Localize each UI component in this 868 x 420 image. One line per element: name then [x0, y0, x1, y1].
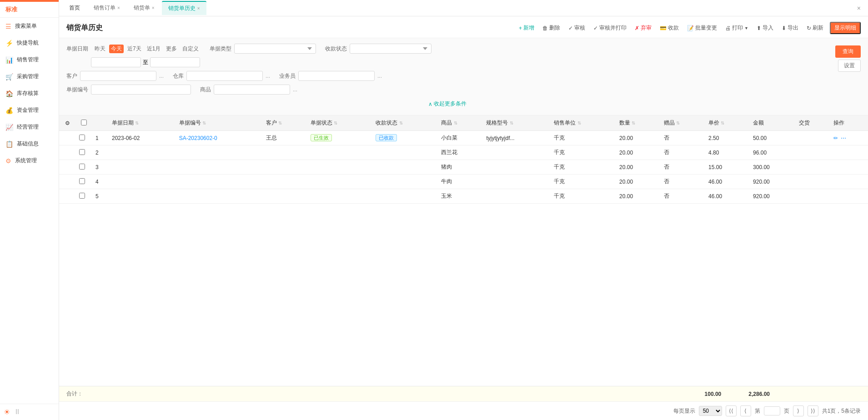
prev-page-button[interactable]: ⟨ — [740, 405, 751, 416]
audit-button[interactable]: ✓ 审核 — [567, 23, 587, 33]
last-page-button[interactable]: ⟩⟩ — [808, 405, 818, 416]
sidebar-item-operations[interactable]: 📈 经营管理 — [0, 119, 59, 135]
goods-dots[interactable]: ... — [293, 86, 297, 93]
cell-rowno: 2 — [92, 145, 108, 160]
payment-status-badge: 已收款 — [376, 134, 397, 141]
new-button[interactable]: + 新增 — [517, 23, 536, 33]
date-from-input[interactable]: 2023-06-02 — [91, 57, 141, 67]
settings-button[interactable]: 设置 — [838, 60, 861, 72]
sidebar-item-finance[interactable]: 💰 资金管理 — [0, 102, 59, 119]
staff-dots[interactable]: ... — [377, 73, 382, 79]
audit-print-button[interactable]: ✓ 审核并打印 — [592, 23, 628, 33]
per-page-select[interactable]: 50 100 200 — [699, 406, 722, 416]
cell-price: 46.00 — [705, 189, 749, 204]
edit-button[interactable]: ✏ — [833, 135, 838, 141]
row-checkbox[interactable] — [79, 135, 85, 140]
delete-button[interactable]: 🗑 删除 — [541, 23, 562, 33]
tab-close-all[interactable]: × — [853, 5, 864, 12]
filter-doc-type: 单据类型 — [210, 44, 316, 54]
filter-row-3: 单据编号 商品 ... — [66, 85, 828, 95]
shortcut-yesterday[interactable]: 昨天 — [93, 45, 107, 53]
tab-home[interactable]: 首页 — [63, 1, 86, 15]
col-qty[interactable]: 数量 ⇅ — [616, 115, 660, 131]
col-docstatus[interactable]: 单据状态 ⇅ — [307, 115, 372, 131]
discard-button[interactable]: ✗ 弃审 — [633, 23, 653, 33]
import-button[interactable]: ⬆ 导入 — [755, 23, 775, 33]
shortcut-custom[interactable]: 自定义 — [181, 45, 201, 53]
row-checkbox[interactable] — [79, 164, 85, 170]
sidebar-item-inventory[interactable]: 🏠 库存核算 — [0, 85, 59, 102]
warehouse-dots[interactable]: ... — [266, 73, 270, 79]
table-row: 2西兰花千克20.00否4.8096.00 — [59, 145, 868, 160]
new-icon: + — [519, 25, 522, 31]
shortcut-today[interactable]: 今天 — [109, 45, 124, 53]
col-gift[interactable]: 赠品 ⇅ — [660, 115, 705, 131]
col-paymentstatus[interactable]: 收款状态 ⇅ — [372, 115, 437, 131]
cell-trade — [795, 145, 830, 160]
tab-sales-order[interactable]: 销售订单 × — [87, 1, 126, 15]
more-button[interactable]: ⋯ — [841, 135, 846, 141]
tab-sales-history[interactable]: 销货单历史 × — [162, 1, 206, 15]
row-checkbox[interactable] — [79, 193, 85, 199]
sidebar-bottom-icon-left[interactable]: ☀ — [4, 408, 10, 416]
row-checkbox[interactable] — [79, 149, 85, 155]
sidebar-item-sales-mgmt[interactable]: 📊 销售管理 — [0, 51, 59, 68]
warehouse-input[interactable] — [186, 71, 263, 81]
shortcut-7days[interactable]: 近7天 — [125, 45, 143, 53]
tab-sales-delivery-close[interactable]: × — [152, 5, 155, 10]
doc-no-input[interactable] — [91, 85, 191, 95]
doc-type-label: 单据类型 — [210, 45, 231, 53]
col-date[interactable]: 单据日期 ⇅ — [108, 115, 176, 131]
col-docno[interactable]: 单据编号 ⇅ — [176, 115, 262, 131]
per-page-label: 每页显示 — [673, 407, 695, 415]
sidebar-item-basic-info[interactable]: 📋 基础信息 — [0, 135, 59, 152]
cell-customer — [262, 160, 307, 175]
shortcut-more[interactable]: 更多 — [164, 45, 179, 53]
main-content: 首页 销售订单 × 销货单 × 销货单历史 × × 销货单历史 + 新增 — [59, 0, 868, 420]
collapse-button[interactable]: ∧ 收起更多条件 — [428, 100, 467, 108]
data-table: ⚙ 单据日期 ⇅ 单据编号 ⇅ 客户 ⇅ 单据状态 ⇅ 收款状态 ⇅ 商品 ⇅ … — [59, 115, 868, 204]
goods-input[interactable] — [214, 85, 290, 95]
toolbar: + 新增 🗑 删除 ✓ 审核 ✓ 审核并打印 ✗ 弃审 — [517, 22, 861, 34]
staff-input[interactable] — [298, 71, 375, 81]
sidebar-item-search-menu[interactable]: ☰ 搜索菜单 — [0, 18, 59, 35]
tab-sales-history-close[interactable]: × — [197, 6, 200, 11]
col-spec[interactable]: 规格型号 ⇅ — [482, 115, 550, 131]
customer-dots[interactable]: ... — [159, 73, 164, 79]
col-unit[interactable]: 销售单位 ⇅ — [550, 115, 616, 131]
customer-input[interactable] — [80, 71, 156, 81]
query-button[interactable]: 查询 — [835, 45, 861, 58]
cell-rowno: 1 — [92, 131, 108, 145]
discard-icon: ✗ — [635, 25, 639, 31]
sidebar-item-system-mgmt[interactable]: ⚙ 系统管理 — [0, 152, 59, 169]
batch-change-button[interactable]: 📝 批量变更 — [685, 23, 719, 33]
col-price[interactable]: 单价 ⇅ — [705, 115, 749, 131]
show-detail-button[interactable]: 显示明细 — [830, 22, 861, 34]
basic-info-icon: 📋 — [5, 140, 13, 148]
payment-status-select[interactable] — [350, 44, 431, 54]
sidebar-item-quick-nav[interactable]: ⚡ 快捷导航 — [0, 35, 59, 51]
refresh-button[interactable]: ↻ 刷新 — [805, 23, 825, 33]
date-to-input[interactable]: 2023-06-02 — [150, 57, 200, 67]
table-row: 5玉米千克20.00否46.00920.00 — [59, 189, 868, 204]
export-button[interactable]: ⬇ 导出 — [780, 23, 800, 33]
col-goods[interactable]: 商品 ⇅ — [437, 115, 482, 131]
filter-customer: 客户 ... — [66, 71, 164, 81]
select-all-checkbox[interactable] — [81, 120, 87, 125]
sidebar-bottom-icon-right[interactable]: ⏸ — [14, 408, 21, 416]
row-checkbox[interactable] — [79, 178, 85, 184]
doc-type-select[interactable] — [234, 44, 316, 54]
page-input[interactable]: 1 — [764, 406, 780, 415]
print-button[interactable]: 🖨 打印 ▼ — [723, 23, 750, 33]
shortcut-1month[interactable]: 近1月 — [145, 45, 163, 53]
next-page-button[interactable]: ⟩ — [793, 405, 804, 416]
col-customer[interactable]: 客户 ⇅ — [262, 115, 307, 131]
tab-sales-delivery[interactable]: 销货单 × — [127, 1, 161, 15]
print-dropdown-icon: ▼ — [744, 26, 748, 30]
collect-button[interactable]: 💳 收款 — [658, 23, 681, 33]
col-settings[interactable]: ⚙ — [59, 115, 75, 131]
sidebar-item-purchase-mgmt[interactable]: 🛒 采购管理 — [0, 68, 59, 85]
tab-sales-order-close[interactable]: × — [117, 5, 120, 10]
first-page-button[interactable]: ⟨⟨ — [726, 405, 737, 416]
doc-no-link[interactable]: SA-20230602-0 — [179, 135, 217, 141]
